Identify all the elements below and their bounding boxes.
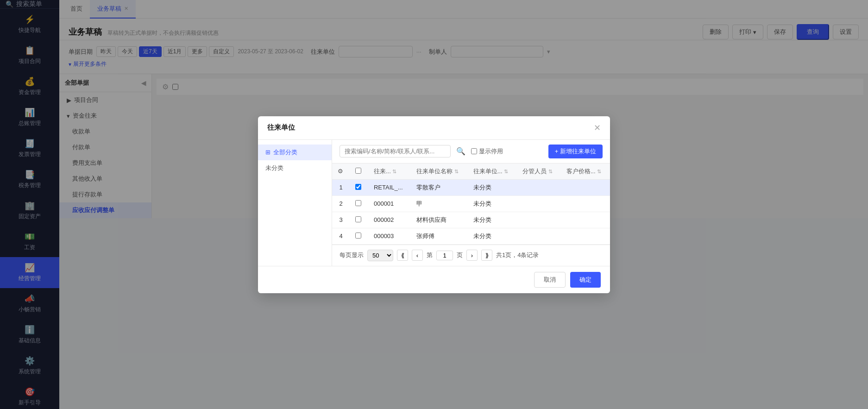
- row-code: 000003: [368, 228, 411, 244]
- sort-icon: ⇅: [454, 169, 459, 174]
- row-num: 3: [332, 212, 350, 228]
- table-row[interactable]: 3 000002 材料供应商 未分类: [332, 212, 610, 228]
- row-name: 张师傅: [411, 228, 467, 244]
- modal-right-panel: 🔍 显示停用 + 新增往来单位 ⚙: [332, 140, 610, 266]
- grid-icon: ⊞: [265, 149, 270, 156]
- row-price: [561, 179, 610, 195]
- table-row[interactable]: 2 000001 甲 未分类: [332, 195, 610, 212]
- th-type[interactable]: 往来单位... ⇅: [468, 164, 517, 180]
- row-type: 未分类: [468, 179, 517, 195]
- row-name: 零散客户: [411, 179, 467, 195]
- modal-table: ⚙ 往来... ⇅ 往来单位名称 ⇅: [332, 164, 610, 245]
- row-num: 2: [332, 195, 350, 212]
- modal-search-bar: 🔍 显示停用 + 新增往来单位: [332, 140, 610, 164]
- modal-dialog: 往来单位 ✕ ⊞ 全部分类 未分类 🔍: [258, 116, 610, 293]
- show-inactive-checkbox[interactable]: [471, 148, 477, 154]
- modal-table-wrap: ⚙ 往来... ⇅ 往来单位名称 ⇅: [332, 164, 610, 245]
- row-code: 000001: [368, 195, 411, 212]
- row-checkbox[interactable]: [350, 212, 368, 228]
- row-num: 4: [332, 228, 350, 244]
- row-checkbox[interactable]: [350, 179, 368, 195]
- row-type: 未分类: [468, 228, 517, 244]
- row-manager: [517, 179, 561, 195]
- row-checkbox[interactable]: [350, 228, 368, 244]
- th-name[interactable]: 往来单位名称 ⇅: [411, 164, 467, 180]
- modal-search-input[interactable]: [340, 145, 451, 157]
- modal-title: 往来单位: [267, 123, 295, 132]
- row-manager: [517, 212, 561, 228]
- row-manager: [517, 195, 561, 212]
- sort-icon: ⇅: [597, 169, 601, 174]
- search-icon: 🔍: [456, 147, 465, 156]
- row-price: [561, 195, 610, 212]
- page-word: 第: [427, 251, 433, 259]
- modal-pagination: 每页显示 50 10 20 100 ⟪ ‹ 第 页 › ⟫ 共1页，4条记录: [332, 245, 610, 266]
- page-number-input[interactable]: [436, 251, 453, 260]
- settings-icon: ⚙: [338, 168, 343, 175]
- row-name: 材料供应商: [411, 212, 467, 228]
- row-num: 1: [332, 179, 350, 195]
- row-code: 000002: [368, 212, 411, 228]
- modal-left-panel: ⊞ 全部分类 未分类: [258, 140, 332, 266]
- sort-icon: ⇅: [504, 169, 508, 174]
- row-type: 未分类: [468, 195, 517, 212]
- row-code: RETAIL_...: [368, 179, 411, 195]
- th-settings[interactable]: ⚙: [332, 164, 350, 180]
- row-checkbox[interactable]: [350, 195, 368, 212]
- page-last-button[interactable]: ⟫: [481, 250, 492, 261]
- modal-left-unclassified-label: 未分类: [265, 164, 283, 171]
- th-checkbox[interactable]: [350, 164, 368, 180]
- row-price: [561, 212, 610, 228]
- sort-icon: ⇅: [548, 169, 553, 174]
- confirm-button[interactable]: 确定: [570, 272, 601, 288]
- modal-body: ⊞ 全部分类 未分类 🔍 显示停用 + 新增往来单位: [258, 140, 610, 266]
- row-name: 甲: [411, 195, 467, 212]
- page-word2: 页: [457, 251, 463, 259]
- modal-header: 往来单位 ✕: [258, 116, 610, 140]
- page-size-select[interactable]: 50 10 20 100: [367, 250, 393, 261]
- row-manager: [517, 228, 561, 244]
- modal-footer: 取消 确定: [258, 266, 610, 293]
- total-info: 共1页，4条记录: [496, 251, 539, 259]
- th-price[interactable]: 客户价格... ⇅: [561, 164, 610, 180]
- show-inactive-text: 显示停用: [479, 147, 503, 156]
- modal-left-unclassified[interactable]: 未分类: [258, 160, 332, 176]
- row-type: 未分类: [468, 212, 517, 228]
- page-next-button[interactable]: ›: [466, 250, 478, 261]
- table-header-row: ⚙ 往来... ⇅ 往来单位名称 ⇅: [332, 164, 610, 180]
- sort-icon: ⇅: [392, 169, 396, 174]
- select-all-checkbox[interactable]: [355, 168, 361, 174]
- modal-close-button[interactable]: ✕: [594, 123, 601, 133]
- row-price: [561, 228, 610, 244]
- page-size-label: 每页显示: [340, 251, 364, 259]
- modal-overlay: 往来单位 ✕ ⊞ 全部分类 未分类 🔍: [0, 0, 868, 409]
- add-unit-button[interactable]: + 新增往来单位: [548, 145, 603, 158]
- table-row[interactable]: 4 000003 张师傅 未分类: [332, 228, 610, 244]
- modal-left-all-label: 全部分类: [273, 148, 297, 157]
- th-manager[interactable]: 分管人员 ⇅: [517, 164, 561, 180]
- cancel-button[interactable]: 取消: [534, 272, 566, 288]
- th-code[interactable]: 往来... ⇅: [368, 164, 411, 180]
- table-row[interactable]: 1 RETAIL_... 零散客户 未分类: [332, 179, 610, 195]
- page-prev-button[interactable]: ‹: [412, 250, 423, 261]
- modal-left-all[interactable]: ⊞ 全部分类: [258, 145, 332, 160]
- page-first-button[interactable]: ⟪: [397, 250, 408, 261]
- show-inactive-label[interactable]: 显示停用: [471, 147, 503, 156]
